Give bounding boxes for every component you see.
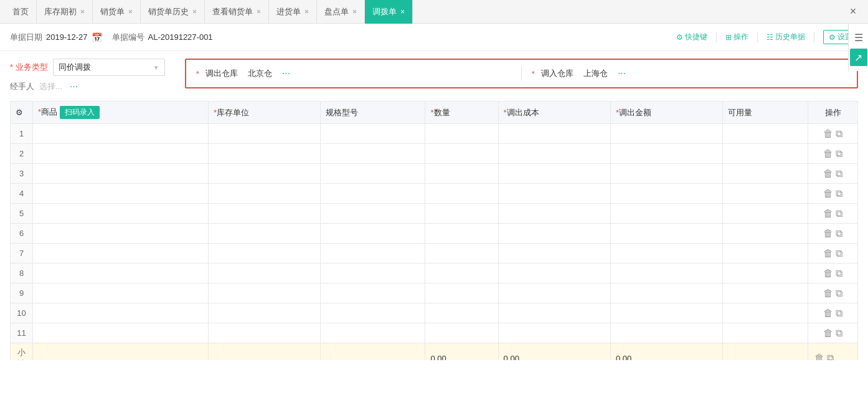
cell-cost[interactable]: [498, 244, 610, 264]
cell-qty[interactable]: [425, 164, 498, 184]
cell-cost[interactable]: [498, 283, 610, 303]
delete-row-icon[interactable]: 🗑: [823, 308, 833, 319]
calendar-icon[interactable]: 📅: [92, 32, 102, 42]
delete-row-icon[interactable]: 🗑: [823, 268, 833, 279]
cell-available[interactable]: [723, 323, 808, 343]
copy-row-icon[interactable]: ⧉: [836, 188, 842, 199]
cell-cost[interactable]: [498, 124, 610, 144]
tab-transfer[interactable]: 调拨单 ×: [365, 0, 413, 24]
close-transfer[interactable]: ×: [400, 7, 405, 16]
tab-sales-history[interactable]: 销货单历史 ×: [141, 0, 205, 24]
cell-spec[interactable]: [321, 323, 425, 343]
cell-qty[interactable]: [425, 204, 498, 224]
close-view-sales[interactable]: ×: [257, 7, 261, 16]
out-warehouse-more-icon[interactable]: ···: [282, 68, 290, 79]
cell-cost[interactable]: [498, 144, 610, 164]
cell-unit[interactable]: [208, 164, 320, 184]
cell-qty[interactable]: [425, 283, 498, 303]
cell-unit[interactable]: [208, 144, 320, 164]
delete-row-icon[interactable]: 🗑: [823, 328, 833, 339]
cell-amount[interactable]: [611, 224, 723, 244]
cell-available[interactable]: [723, 184, 808, 204]
copy-row-icon[interactable]: ⧉: [836, 148, 842, 159]
shortcut-button[interactable]: ⚙ 快捷键: [676, 32, 707, 42]
delete-row-icon[interactable]: 🗑: [823, 228, 833, 239]
window-close-button[interactable]: ×: [843, 2, 863, 22]
cell-spec[interactable]: [321, 184, 425, 204]
copy-row-icon[interactable]: ⧉: [836, 168, 842, 179]
cell-amount[interactable]: [611, 303, 723, 323]
cell-product[interactable]: [33, 323, 209, 343]
cell-spec[interactable]: [321, 124, 425, 144]
delete-row-icon[interactable]: 🗑: [823, 248, 833, 259]
cell-available[interactable]: [723, 204, 808, 224]
cell-product[interactable]: [33, 303, 209, 323]
tab-initial-stock[interactable]: 库存期初 ×: [37, 0, 93, 24]
cell-product[interactable]: [33, 224, 209, 244]
subtotal-copy-icon[interactable]: ⧉: [827, 353, 834, 360]
cell-qty[interactable]: [425, 124, 498, 144]
cell-product[interactable]: [33, 124, 209, 144]
copy-row-icon[interactable]: ⧉: [836, 328, 842, 339]
cell-cost[interactable]: [498, 323, 610, 343]
cell-spec[interactable]: [321, 144, 425, 164]
cell-available[interactable]: [723, 244, 808, 264]
cell-qty[interactable]: [425, 144, 498, 164]
scan-button[interactable]: 扫码录入: [60, 106, 100, 119]
close-initial-stock[interactable]: ×: [80, 7, 85, 16]
cell-amount[interactable]: [611, 164, 723, 184]
cell-product[interactable]: [33, 164, 209, 184]
gear-icon[interactable]: ⚙: [16, 108, 23, 117]
cell-qty[interactable]: [425, 303, 498, 323]
tab-view-sales[interactable]: 查看销货单 ×: [205, 0, 269, 24]
tab-sales-order[interactable]: 销货单 ×: [93, 0, 141, 24]
tab-purchase-order[interactable]: 进货单 ×: [269, 0, 317, 24]
cell-amount[interactable]: [611, 204, 723, 224]
cell-cost[interactable]: [498, 164, 610, 184]
cell-available[interactable]: [723, 124, 808, 144]
cell-cost[interactable]: [498, 204, 610, 224]
delete-row-icon[interactable]: 🗑: [823, 288, 833, 299]
copy-row-icon[interactable]: ⧉: [836, 208, 842, 219]
copy-row-icon[interactable]: ⧉: [836, 308, 842, 319]
cell-unit[interactable]: [208, 303, 320, 323]
delete-row-icon[interactable]: 🗑: [823, 188, 833, 199]
delete-row-icon[interactable]: 🗑: [823, 208, 833, 219]
table-wrapper[interactable]: ⚙ *商品 扫码录入 *库存单位 规格型号 *数量 *调出成本 *调出金额 可用…: [10, 98, 858, 360]
cell-spec[interactable]: [321, 164, 425, 184]
handler-more-icon[interactable]: ···: [70, 81, 78, 92]
cell-amount[interactable]: [611, 323, 723, 343]
cell-amount[interactable]: [611, 144, 723, 164]
cell-spec[interactable]: [321, 303, 425, 323]
close-purchase-order[interactable]: ×: [304, 7, 309, 16]
cell-product[interactable]: [33, 264, 209, 283]
cell-cost[interactable]: [498, 264, 610, 283]
cell-available[interactable]: [723, 224, 808, 244]
tab-stocktake[interactable]: 盘点单 ×: [317, 0, 365, 24]
cell-spec[interactable]: [321, 244, 425, 264]
cell-qty[interactable]: [425, 244, 498, 264]
cell-unit[interactable]: [208, 244, 320, 264]
copy-row-icon[interactable]: ⧉: [836, 248, 842, 259]
cell-amount[interactable]: [611, 184, 723, 204]
cell-spec[interactable]: [321, 224, 425, 244]
cell-amount[interactable]: [611, 283, 723, 303]
cell-spec[interactable]: [321, 283, 425, 303]
cell-cost[interactable]: [498, 224, 610, 244]
cell-available[interactable]: [723, 264, 808, 283]
handler-placeholder[interactable]: 选择...: [39, 81, 62, 92]
business-type-select[interactable]: 同价调拨 ▼: [53, 59, 165, 76]
col-gear[interactable]: ⚙: [11, 102, 33, 124]
cell-available[interactable]: [723, 144, 808, 164]
tab-home[interactable]: 首页: [5, 0, 37, 24]
cell-product[interactable]: [33, 283, 209, 303]
close-sales-history[interactable]: ×: [192, 7, 197, 16]
close-sales-order[interactable]: ×: [128, 7, 133, 16]
cell-unit[interactable]: [208, 283, 320, 303]
cell-product[interactable]: [33, 144, 209, 164]
sidebar-export-icon[interactable]: ↗: [850, 49, 867, 66]
cell-available[interactable]: [723, 164, 808, 184]
delete-row-icon[interactable]: 🗑: [823, 168, 833, 179]
subtotal-delete-icon[interactable]: 🗑: [814, 353, 824, 360]
cell-product[interactable]: [33, 244, 209, 264]
